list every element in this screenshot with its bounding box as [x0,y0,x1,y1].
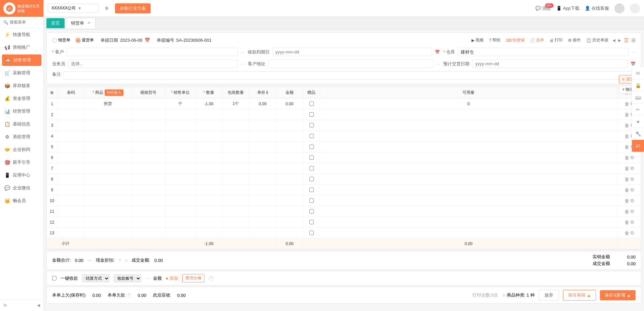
row-product-9[interactable] [84,185,131,195]
row-product-12[interactable] [84,217,131,228]
row-price-9[interactable] [249,185,276,195]
row-product-5[interactable] [84,142,131,152]
expected-calendar-icon[interactable]: 📅 [631,62,636,66]
row-barcode-12[interactable] [58,217,84,228]
row-copy-12[interactable]: ⧉ [631,219,634,225]
row-price-2[interactable] [249,109,276,120]
customer-addr-more-btn[interactable]: ··· [436,61,440,67]
tab-home[interactable]: 首页 [46,18,65,28]
row-copy-10[interactable]: ⧉ [631,198,634,203]
row-barcode-7[interactable] [58,163,84,174]
row-amount-2[interactable] [276,109,303,120]
row-unit-12[interactable] [165,217,195,228]
row-pack-qty-11[interactable] [222,206,249,217]
save-new-button[interactable]: 保存&新增 ▲ [600,290,636,300]
row-unit-3[interactable] [165,120,195,131]
row-pack-qty-2[interactable] [222,109,249,120]
row-price-8[interactable] [249,174,276,185]
row-gift-4[interactable] [303,131,320,142]
row-unit-11[interactable] [165,206,195,217]
sidebar-item-app-center[interactable]: 📱 应用中心 [0,169,43,182]
expense-split-btn[interactable]: 费用分摊 [182,274,204,282]
row-unit-9[interactable] [165,185,195,195]
row-product-4[interactable] [84,131,131,142]
row-spec-8[interactable] [131,174,165,185]
row-product-11[interactable] [84,206,131,217]
row-amount-6[interactable] [276,152,303,163]
row-delete-6[interactable]: 🗑 [624,155,629,160]
row-amount-12[interactable] [276,217,303,228]
row-pack-qty-9[interactable] [222,185,249,195]
sidebar-item-base-info[interactable]: 📋 基础信息 [0,118,43,130]
company-selector[interactable]: XXXXXX公司 ▼ [48,4,98,13]
row-product-8[interactable] [84,174,131,185]
row-delete-12[interactable]: 🗑 [624,220,629,225]
row-unit-8[interactable] [165,174,195,185]
operate-btn[interactable]: ⚙ 操作 [567,37,582,44]
row-delete-8[interactable]: 🗑 [624,177,629,182]
row-spec-12[interactable] [131,217,165,228]
row-product-2[interactable] [84,109,131,120]
right-tool-edit[interactable]: ✏ [632,104,644,116]
row-qty-11[interactable] [195,206,222,217]
row-gift-9[interactable] [303,185,320,195]
row-amount-8[interactable] [276,174,303,185]
right-tool-star[interactable]: ★ [632,116,644,128]
row-copy-11[interactable]: ⧉ [631,208,634,214]
col-settings[interactable]: ⚙ [47,87,58,99]
expected-date-input[interactable] [472,60,628,68]
row-delete-3[interactable]: 🗑 [624,123,629,128]
row-qty-1[interactable]: -1.00 [195,99,222,109]
row-pack-qty-7[interactable] [222,163,249,174]
radio-sales[interactable]: 销货单 [52,37,70,43]
row-barcode-13[interactable] [58,228,84,238]
row-product-7[interactable] [84,163,131,174]
row-spec-7[interactable] [131,163,165,174]
row-delete-1[interactable]: 🗑 [624,101,629,107]
row-amount-5[interactable] [276,142,303,152]
row-spec-4[interactable] [131,131,165,142]
row-price-10[interactable] [249,195,276,206]
row-amount-13[interactable] [276,228,303,238]
collapse-icon[interactable]: ◀ [37,303,40,308]
row-price-12[interactable] [249,217,276,228]
row-unit-2[interactable] [165,109,195,120]
user-avatar[interactable] [614,3,624,13]
row-unit-10[interactable] [165,195,195,206]
shortcut-btn[interactable]: ⌨ 快捷键 [504,37,526,44]
account-dots-btn[interactable]: ··· [145,276,149,281]
remarks-input[interactable] [64,71,636,80]
row-pack-qty-13[interactable] [222,228,249,238]
row-gift-10[interactable] [303,195,320,206]
row-pack-qty-6[interactable] [222,152,249,163]
row-pack-qty-5[interactable] [222,142,249,152]
row-unit-5[interactable] [165,142,195,152]
right-tool-mail[interactable]: ✉ [632,67,644,79]
right-tool-tag[interactable]: 🏷 [632,140,644,152]
nav-prev-icon[interactable]: ◀ [612,38,615,43]
warehouse-more-btn[interactable]: ··· [632,49,636,55]
calendar-icon[interactable]: 📅 [145,38,150,43]
help-btn[interactable]: ? 帮助 [488,37,502,44]
print-btn[interactable]: 🖨 打印 [548,37,564,44]
row-gift-13[interactable] [303,228,320,238]
nav-next-icon[interactable]: ▶ [618,38,621,43]
row-pack-qty-12[interactable] [222,217,249,228]
salesperson-input[interactable] [68,60,238,68]
row-pack-qty-10[interactable] [222,195,249,206]
row-barcode-8[interactable] [58,174,84,185]
row-price-5[interactable] [249,142,276,152]
history-btn[interactable]: 📋 历史单据 [585,37,610,44]
row-barcode-9[interactable] [58,185,84,195]
row-amount-7[interactable] [276,163,303,174]
row-qty-7[interactable] [195,163,222,174]
view-grid-icon[interactable]: ⊞ [631,37,636,43]
row-copy-8[interactable]: ⧉ [631,176,634,182]
row-barcode-6[interactable] [58,152,84,163]
sidebar-item-sales[interactable]: 🏠 销售管理 [2,54,41,66]
row-amount-1[interactable]: 0.00 [276,99,303,109]
row-price-3[interactable] [249,120,276,131]
row-gift-7[interactable] [303,163,320,174]
tab-close-icon[interactable]: ✕ [87,21,90,25]
row-spec-3[interactable] [131,120,165,131]
